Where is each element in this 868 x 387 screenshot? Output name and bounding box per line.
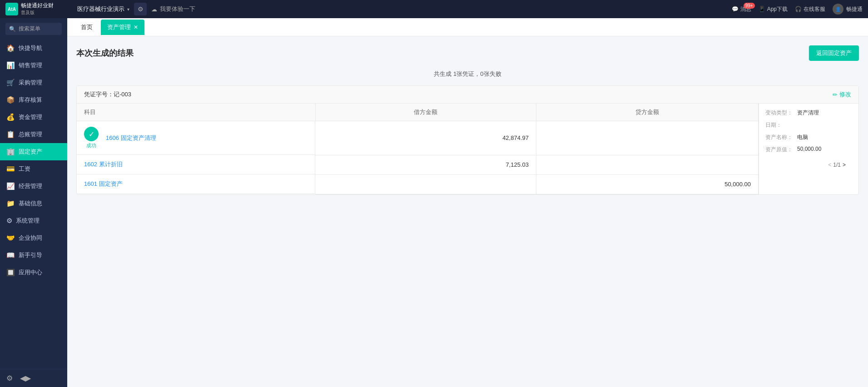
salary-icon: 💳 — [6, 165, 15, 173]
logo-area: AtA 畅捷通好业财 普及版 — [5, 2, 73, 16]
sidebar-item-label: 固定资产 — [19, 148, 42, 156]
sidebar-item-quick-nav[interactable]: 🏠 快捷导航 — [0, 40, 67, 57]
system-icon: ⚙ — [6, 217, 12, 225]
voucher-number: 凭证字号：记-003 — [84, 90, 131, 99]
asset-name-label: 资产名称： — [765, 134, 797, 141]
sidebar-item-label: 资金管理 — [19, 113, 42, 121]
sidebar-item-guide[interactable]: 📖 新手引导 — [0, 247, 67, 264]
message-icon: 💬 — [732, 6, 739, 12]
sidebar-item-label: 工资 — [19, 165, 30, 173]
content-area: 首页 资产管理 ✕ 本次生成的结果 返回固定资产 共生成 1张凭证，0张失败 凭… — [67, 18, 868, 387]
sidebar-item-funds[interactable]: 💰 资金管理 — [0, 109, 67, 126]
page-indicator: 1/1 — [833, 162, 841, 168]
asset-original-value: 50,000.00 — [797, 146, 821, 152]
voucher-table: 科目 借方金额 贷方金额 ✓成功 1606 固定资产清理 — [77, 104, 759, 194]
sidebar-item-purchase[interactable]: 🛒 采购管理 — [0, 74, 67, 91]
tab-home[interactable]: 首页 — [74, 20, 99, 35]
app-download-button[interactable]: 📱 App下载 — [759, 5, 788, 13]
app-label: App下载 — [767, 5, 788, 13]
success-text: 成功 — [86, 142, 96, 149]
debit-cell — [315, 174, 536, 194]
debit-cell: 7,125.03 — [315, 155, 536, 174]
return-fixed-assets-button[interactable]: 返回固定资产 — [809, 45, 859, 61]
chevron-down-icon: ▾ — [127, 7, 129, 12]
table-row: ✓成功 1606 固定资产清理 42,874.97 — [77, 121, 759, 155]
edit-button[interactable]: ✏ 修改 — [833, 90, 851, 99]
app-icon: 📱 — [759, 6, 765, 12]
prev-page-button[interactable]: < — [828, 162, 831, 168]
sidebar-item-enterprise[interactable]: 🤝 企业协同 — [0, 229, 67, 247]
subject-link[interactable]: 1602 累计折旧 — [84, 160, 123, 169]
edit-label: 修改 — [839, 90, 851, 99]
sidebar-item-system[interactable]: ⚙ 系统管理 — [0, 212, 67, 229]
subject-link[interactable]: 1606 固定资产清理 — [106, 134, 156, 142]
gear-icon: ⚙ — [138, 5, 144, 13]
sidebar-item-management[interactable]: 📈 经营管理 — [0, 178, 67, 195]
headset-icon: 🎧 — [795, 6, 802, 12]
sidebar-item-ledger[interactable]: 📋 总账管理 — [0, 126, 67, 143]
trial-button[interactable]: ☁ 我要体验一下 — [151, 5, 195, 13]
logo-text: 畅捷通好业财 — [21, 2, 54, 10]
asset-original-row: 资产原值： 50,000.00 — [765, 146, 852, 154]
sidebar-item-sales[interactable]: 📊 销售管理 — [0, 57, 67, 74]
edit-icon: ✏ — [833, 91, 838, 98]
search-label: 搜索菜单 — [19, 25, 40, 33]
ledger-icon: 📋 — [6, 130, 15, 139]
subject-link[interactable]: 1601 固定资产 — [84, 180, 123, 188]
settings-icon[interactable]: ⚙ — [6, 374, 13, 382]
table-row: 1601 固定资产 50,000.00 — [77, 174, 759, 194]
credit-cell — [536, 121, 758, 155]
tab-asset-management[interactable]: 资产管理 ✕ — [101, 20, 144, 35]
sidebar-search-button[interactable]: 🔍 搜索菜单 — [5, 23, 62, 35]
sidebar-item-salary[interactable]: 💳 工资 — [0, 160, 67, 178]
message-button[interactable]: 💬 消息 99+ — [732, 5, 751, 13]
guide-icon: 📖 — [6, 251, 15, 259]
sidebar-bottom: ⚙ ◀▶ — [0, 369, 67, 387]
sidebar-item-app-center[interactable]: 🔲 应用中心 — [0, 264, 67, 281]
sidebar: 🔍 搜索菜单 🏠 快捷导航 📊 销售管理 🛒 采购管理 📦 库存核算 💰 资金管… — [0, 18, 67, 387]
header-right: 💬 消息 99+ 📱 App下载 🎧 在线客服 👤 畅捷通 — [732, 4, 863, 15]
sidebar-item-label: 经营管理 — [19, 182, 42, 190]
date-label: 日期： — [765, 121, 797, 129]
sidebar-item-label: 新手引导 — [19, 251, 42, 259]
success-icon: ✓ — [84, 127, 99, 141]
cloud-icon: ☁ — [151, 6, 157, 13]
tab-close-icon[interactable]: ✕ — [134, 24, 138, 30]
trial-text: 我要体验一下 — [160, 5, 195, 13]
sidebar-item-inventory[interactable]: 📦 库存核算 — [0, 91, 67, 109]
side-info-panel: 变动类型： 资产清理 日期： 资产名称： 电脑 资产原值： — [759, 104, 858, 194]
col-header-credit: 贷方金额 — [536, 104, 758, 121]
gear-button[interactable]: ⚙ — [134, 3, 147, 15]
next-page-button[interactable]: > — [843, 162, 846, 168]
page-title: 本次生成的结果 — [76, 48, 134, 59]
summary-text: 共生成 1张凭证，0张失败 — [76, 70, 859, 78]
sidebar-item-fixed-assets[interactable]: 🏢 固定资产 — [0, 143, 67, 160]
page-title-row: 本次生成的结果 返回固定资产 — [76, 45, 859, 61]
purchase-icon: 🛒 — [6, 79, 15, 87]
funds-icon: 💰 — [6, 113, 15, 121]
sidebar-item-label: 企业协同 — [19, 234, 42, 242]
logo-icon: AtA — [5, 3, 18, 15]
change-type-label: 变动类型： — [765, 109, 797, 117]
fixed-assets-icon: 🏢 — [6, 148, 15, 156]
logo-sub: 普及版 — [21, 10, 54, 16]
header-middle: 医疗器械行业演示 ▾ ⚙ ☁ 我要体验一下 — [73, 3, 732, 15]
user-area[interactable]: 👤 畅捷通 — [833, 4, 863, 15]
home-icon: 🏠 — [6, 44, 15, 52]
service-button[interactable]: 🎧 在线客服 — [795, 5, 825, 13]
debit-cell: 42,874.97 — [315, 121, 536, 155]
subject-cell: 1602 累计折旧 — [77, 155, 315, 174]
message-badge: 99+ — [744, 3, 755, 9]
company-selector[interactable]: 医疗器械行业演示 ▾ — [77, 5, 129, 13]
basic-info-icon: 📁 — [6, 199, 15, 208]
top-header: AtA 畅捷通好业财 普及版 医疗器械行业演示 ▾ ⚙ ☁ 我要体验一下 💬 消… — [0, 0, 868, 18]
sidebar-item-label: 应用中心 — [19, 268, 42, 277]
collapse-icon[interactable]: ◀▶ — [20, 374, 31, 382]
username: 畅捷通 — [846, 5, 863, 13]
change-type-value: 资产清理 — [797, 109, 819, 117]
sidebar-item-basic-info[interactable]: 📁 基础信息 — [0, 195, 67, 212]
table-row: 1602 累计折旧 7,125.03 — [77, 155, 759, 174]
enterprise-icon: 🤝 — [6, 234, 15, 242]
change-type-row: 变动类型： 资产清理 — [765, 109, 852, 117]
company-name: 医疗器械行业演示 — [77, 5, 124, 13]
